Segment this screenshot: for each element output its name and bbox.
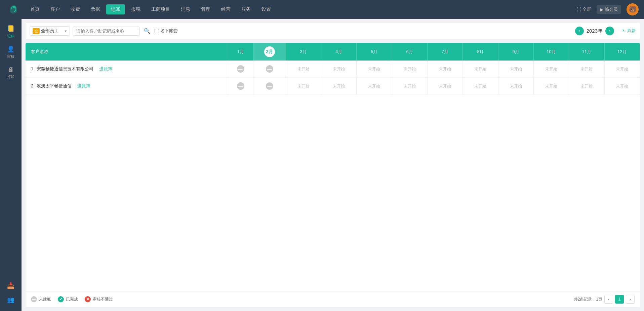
user-avatar[interactable]: 🐻 [627, 3, 639, 15]
nav-message[interactable]: 消息 [176, 4, 195, 14]
sidebar-item-accounting[interactable]: 📒 记账 [0, 22, 22, 42]
vip-button[interactable]: ▶ 畅会员 [597, 5, 621, 14]
col-month-2: 2月 [253, 43, 286, 61]
employee-selector[interactable]: 全 全部员工 ▾ [30, 26, 70, 36]
col-month-8: 8月 [463, 43, 498, 61]
customer-cell-0: 1 安徽畅捷通信息技术有限公司 进账簿 [26, 61, 228, 78]
accounting-table: 客户名称 1月 2月 3月 4月 5月 6月 7月 8月 9月 [26, 43, 640, 307]
status-not-started: 未开始 [368, 84, 380, 88]
search-button[interactable]: 🔍 [143, 27, 152, 36]
month-cell-0-6: 未开始 [427, 61, 462, 78]
sidebar-bottom: 📥 👥 [7, 279, 14, 311]
legend-label-not-created: 未建账 [39, 297, 51, 302]
col-month-10: 10月 [533, 43, 569, 61]
sidebar-item-print[interactable]: 🖨 打印 [0, 63, 22, 83]
month-cell-1-3: 未开始 [321, 78, 356, 95]
nav-menu: 首页 客户 收费 票据 记账 报税 工商项目 消息 管理 经营 服务 设置 [26, 4, 577, 14]
page-prev-button[interactable]: ‹ [604, 295, 613, 304]
legend-dot-teal: ✓ [58, 296, 64, 302]
month-cell-0-10: 未开始 [569, 61, 604, 78]
month-cell-0-9: 未开始 [533, 61, 569, 78]
month-cell-1-0: — [228, 78, 253, 95]
refresh-button[interactable]: ↻ 刷新 [622, 28, 636, 34]
users-icon: 👥 [7, 296, 14, 304]
month-cell-1-8: 未开始 [498, 78, 533, 95]
table-header: 客户名称 1月 2月 3月 4月 5月 6月 7月 8月 9月 [26, 43, 640, 61]
sidebar-label-print: 打印 [7, 74, 14, 79]
nav-invoice[interactable]: 票据 [86, 4, 105, 14]
sidebar-item-users[interactable]: 👥 [7, 293, 14, 307]
customer-name-text: 漠澳太平畅捷通信 [37, 83, 72, 88]
left-sidebar: 📒 记账 👤 审核 🖨 打印 📥 👥 [0, 19, 22, 311]
col-month-11: 11月 [569, 43, 604, 61]
nav-tax[interactable]: 报税 [126, 4, 145, 14]
month-cell-1-10: 未开始 [569, 78, 604, 95]
fullscreen-icon: ⛶ [577, 7, 581, 12]
month-cell-0-8: 未开始 [498, 61, 533, 78]
month-cell-1-1: — [253, 78, 286, 95]
account-filter-label[interactable]: 名下账套 [155, 28, 178, 34]
status-not-created: — [266, 65, 273, 73]
table-scroll-area[interactable]: 客户名称 1月 2月 3月 4月 5月 6月 7月 8月 9月 [26, 43, 640, 291]
legend-label-rejected: 审核不通过 [93, 297, 113, 302]
fullscreen-button[interactable]: ⛶ 全屏 [577, 6, 591, 12]
entry-link-1[interactable]: 进账簿 [77, 83, 90, 88]
status-not-started: 未开始 [368, 67, 380, 71]
col-month-5: 5月 [357, 43, 392, 61]
col-month-4: 4月 [321, 43, 356, 61]
nav-accounting[interactable]: 记账 [106, 4, 125, 14]
nav-operation[interactable]: 经营 [216, 4, 235, 14]
legend-dot-grey: — [31, 296, 37, 302]
active-month-badge: 2月 [264, 46, 275, 57]
nav-home[interactable]: 首页 [26, 4, 44, 14]
nav-settings[interactable]: 设置 [257, 4, 276, 14]
status-not-started: 未开始 [580, 67, 593, 71]
status-not-created: — [237, 82, 244, 90]
legend-rejected: ✕ 审核不通过 [85, 296, 113, 302]
status-not-started: 未开始 [333, 84, 345, 88]
nav-business[interactable]: 工商项目 [147, 4, 175, 14]
sidebar-item-audit[interactable]: 👤 审核 [0, 42, 22, 63]
month-cell-0-7: 未开始 [463, 61, 498, 78]
month-cell-1-7: 未开始 [463, 78, 498, 95]
sidebar-label-audit: 审核 [7, 54, 14, 59]
year-next-button[interactable]: › [605, 27, 614, 35]
status-not-started: 未开始 [404, 67, 416, 71]
sidebar-item-download[interactable]: 📥 [7, 279, 14, 293]
status-not-started: 未开始 [616, 84, 628, 88]
search-input[interactable] [73, 27, 140, 36]
entry-link-0[interactable]: 进账簿 [99, 66, 112, 71]
status-not-started: 未开始 [404, 84, 416, 88]
month-cell-1-11: 未开始 [604, 78, 640, 95]
status-not-started: 未开始 [545, 84, 557, 88]
fullscreen-label: 全屏 [582, 6, 591, 12]
customer-index: 2 [31, 83, 33, 88]
col-month-7: 7月 [427, 43, 462, 61]
nav-service[interactable]: 服务 [237, 4, 255, 14]
customer-index: 1 [31, 66, 33, 71]
month-cell-0-3: 未开始 [321, 61, 356, 78]
col-month-1: 1月 [228, 43, 253, 61]
year-display: 2023年 [587, 28, 603, 34]
month-cell-1-9: 未开始 [533, 78, 569, 95]
page-next-button[interactable]: › [626, 295, 635, 304]
status-not-started: 未开始 [439, 67, 451, 71]
nav-manage[interactable]: 管理 [196, 4, 215, 14]
sidebar-label-accounting: 记账 [7, 34, 14, 39]
page-1-button[interactable]: 1 [615, 295, 624, 304]
month-cell-0-2: 未开始 [286, 61, 321, 78]
year-prev-button[interactable]: ‹ [575, 27, 584, 35]
month-cell-0-11: 未开始 [604, 61, 640, 78]
nav-customer[interactable]: 客户 [46, 4, 65, 14]
legend-label-completed: 已完成 [66, 297, 78, 302]
month-cell-1-2: 未开始 [286, 78, 321, 95]
month-cell-0-5: 未开始 [392, 61, 427, 78]
legend-completed: ✓ 已完成 [58, 296, 78, 302]
col-customer-name: 客户名称 [26, 43, 228, 61]
customer-name-text: 安徽畅捷通信息技术有限公司 [37, 66, 93, 71]
dropdown-icon: ▾ [65, 29, 67, 34]
app-logo [5, 3, 22, 16]
nav-billing[interactable]: 收费 [66, 4, 85, 14]
status-not-started: 未开始 [510, 84, 522, 88]
account-filter-checkbox[interactable] [155, 29, 159, 33]
